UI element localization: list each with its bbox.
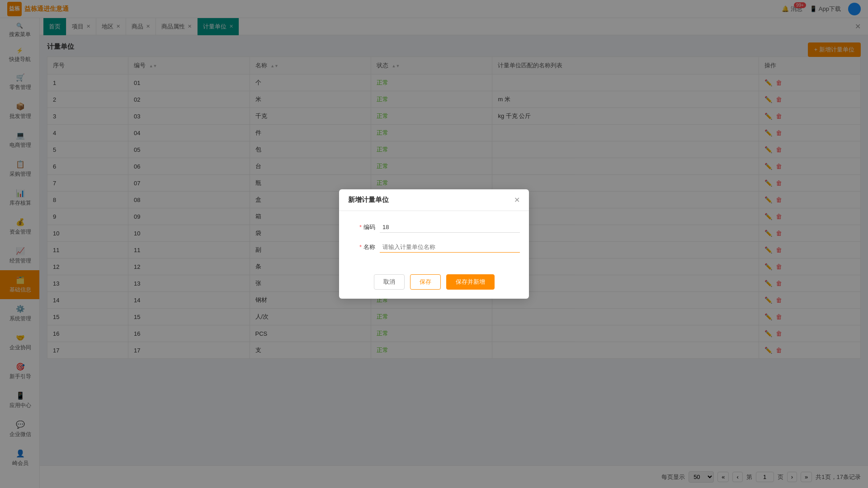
code-input[interactable] [380,222,520,233]
code-required-star: * [359,224,362,230]
name-field-row: *名称 [348,242,520,253]
modal-title: 新增计量单位 [348,196,389,204]
modal-body: *编码 *名称 [339,211,529,269]
cancel-button[interactable]: 取消 [374,274,405,290]
code-field-row: *编码 [348,222,520,233]
save-and-new-button[interactable]: 保存并新增 [446,274,495,290]
add-unit-modal: 新增计量单位 ✕ *编码 *名称 取消 保存 保存并新增 [339,189,529,299]
name-input[interactable] [380,242,520,253]
modal-footer: 取消 保存 保存并新增 [339,269,529,299]
save-button[interactable]: 保存 [410,274,441,290]
modal-close-button[interactable]: ✕ [514,196,520,204]
name-required-star: * [359,244,362,250]
modal-overlay[interactable]: 新增计量单位 ✕ *编码 *名称 取消 保存 保存并新增 [0,0,868,488]
name-label: *名称 [348,243,375,251]
code-label: *编码 [348,223,375,231]
modal-header: 新增计量单位 ✕ [339,189,529,211]
